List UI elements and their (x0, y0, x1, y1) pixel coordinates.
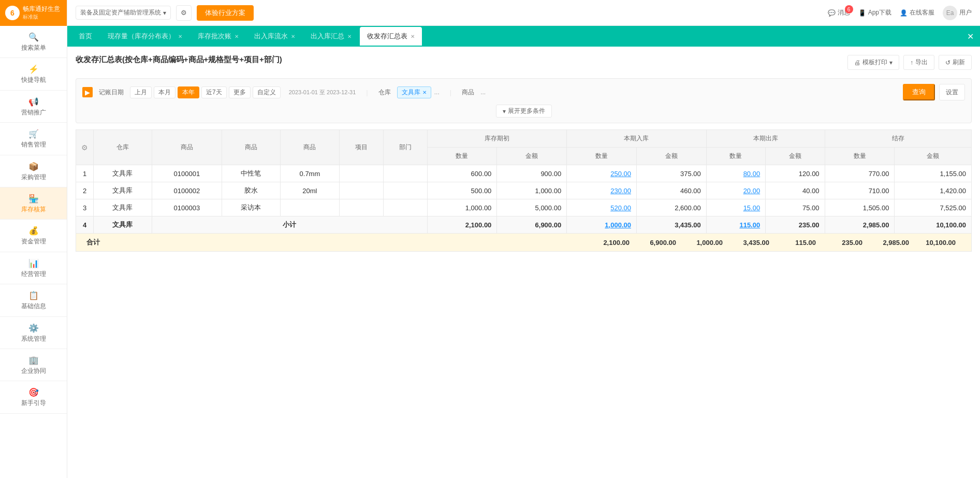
sub-close-amt: 10,100.00 (895, 216, 972, 234)
cell-open-qty: 600.00 (427, 165, 497, 182)
cell-out-amt: 40.00 (766, 182, 825, 199)
cell-out-qty[interactable]: 80.00 (706, 165, 765, 182)
settings-button2[interactable]: 设置 (939, 84, 965, 100)
gear-icon[interactable]: ⚙ (81, 143, 88, 152)
tab-close-inout-summary[interactable]: ✕ (347, 34, 352, 39)
date-btn-近7天[interactable]: 近7天 (201, 86, 227, 98)
warehouse-more[interactable]: ... (434, 89, 440, 96)
app-download-button[interactable]: 📱 App下载 (858, 8, 891, 17)
sidebar-item-search[interactable]: 🔍 搜索菜单 (0, 26, 67, 58)
filter-toggle[interactable]: ▶ (82, 87, 93, 97)
data-table: ⚙ 仓库 商品 商品 商品 项目 部门 库存期初 本期入库 本期出库 (76, 129, 972, 234)
date-btn-本年[interactable]: 本年 (178, 86, 199, 98)
sidebar-item-sales[interactable]: 🛒 销售管理 (0, 123, 67, 155)
message-icon: 💬 (828, 9, 836, 17)
sidebar-item-purchase[interactable]: 📦 采购管理 (0, 155, 67, 187)
cell-close-amt: 7,525.00 (895, 199, 972, 216)
sidebar-item-system[interactable]: ⚙️ 系统管理 (0, 317, 67, 349)
sub-out-amt: 235.00 (766, 216, 825, 234)
sidebar-item-operations[interactable]: 📊 经营管理 (0, 252, 67, 284)
table-header: ⚙ 仓库 商品 商品 商品 项目 部门 库存期初 本期入库 本期出库 (76, 130, 972, 165)
sidebar-item-basic-info[interactable]: 📋 基础信息 (0, 284, 67, 316)
date-btn-自定义[interactable]: 自定义 (253, 86, 281, 98)
cell-open-amt: 900.00 (497, 165, 567, 182)
th-close-amt: 金额 (895, 148, 972, 165)
tab-close-batch[interactable]: ✕ (235, 34, 239, 39)
sidebar-item-quick-nav[interactable]: ⚡ 快捷导航 (0, 58, 67, 90)
cell-in-qty[interactable]: 230.00 (567, 182, 637, 199)
cell-dept (383, 165, 427, 182)
finance-icon: 💰 (28, 226, 39, 236)
quick-nav-icon: ⚡ (28, 64, 39, 74)
th-in-amt: 金额 (636, 148, 706, 165)
sidebar-item-finance[interactable]: 💰 资金管理 (0, 220, 67, 252)
tab-recv-send-summary[interactable]: 收发存汇总表✕ (360, 27, 422, 46)
tab-close-inventory-dist[interactable]: ✕ (178, 34, 182, 39)
sidebar-item-label-purchase: 采购管理 (21, 173, 46, 181)
cell-out-qty[interactable]: 20.00 (706, 182, 765, 199)
system-title-select[interactable]: 装备及固定资产辅助管理系统 ▾ (76, 6, 171, 20)
goods-more[interactable]: ... (480, 89, 486, 96)
warehouse-tag-text: 文具库 (402, 88, 420, 97)
online-service-label: 在线客服 (910, 8, 934, 17)
th-in-qty: 数量 (567, 148, 637, 165)
th-close-qty: 数量 (825, 148, 895, 165)
sub-open-qty: 2,100.00 (427, 216, 497, 234)
warehouse-tag-close[interactable]: ✕ (422, 90, 427, 95)
user-menu[interactable]: Ea 用户 (943, 6, 972, 20)
cell-close-qty: 1,505.00 (825, 199, 895, 216)
sidebar-item-label-search: 搜索菜单 (21, 44, 46, 51)
cell-open-amt: 1,000.00 (497, 182, 567, 199)
sidebar-item-enterprise[interactable]: 🏢 企业协同 (0, 349, 67, 381)
cell-in-qty[interactable]: 250.00 (567, 165, 637, 182)
date-shortcuts: 上月本月本年近7天更多自定义 (130, 86, 281, 98)
cell-code: 0100003 (152, 199, 222, 216)
tab-close-inout-flow[interactable]: ✕ (291, 34, 295, 39)
tab-label-home: 首页 (79, 32, 92, 41)
cell-no: 2 (76, 182, 94, 199)
warehouse-filter: 文具库 ✕ ... (397, 86, 440, 98)
online-service-button[interactable]: 👤 在线客服 (900, 8, 934, 17)
export-button[interactable]: ↑ 导出 (903, 55, 934, 70)
cell-out-qty[interactable]: 15.00 (706, 199, 765, 216)
try-industry-button[interactable]: 体验行业方案 (197, 5, 254, 21)
subtotal-row: 4 文具库 小计 2,100.00 6,900.00 1,000.00 3,43… (76, 216, 972, 234)
tabs-close-all[interactable]: ✕ (965, 30, 976, 44)
tab-inout-summary[interactable]: 出入库汇总✕ (303, 27, 359, 46)
warehouse-tag[interactable]: 文具库 ✕ (397, 86, 431, 98)
date-btn-更多[interactable]: 更多 (229, 86, 251, 98)
dropdown-arrow: ▾ (889, 59, 893, 66)
table-container: ⚙ 仓库 商品 商品 商品 项目 部门 库存期初 本期入库 本期出库 (76, 129, 972, 470)
table-row: 2 文具库 0100002 胶水 20ml 500.00 1,000.00 23… (76, 182, 972, 199)
sidebar-item-inventory[interactable]: 🏪 库存核算 (0, 187, 67, 220)
template-print-button[interactable]: 🖨 模板打印 ▾ (847, 55, 899, 70)
tab-batch[interactable]: 库存批次账✕ (191, 27, 246, 46)
inventory-icon: 🏪 (28, 194, 39, 204)
sidebar-item-marketing[interactable]: 📢 营销推广 (0, 91, 67, 123)
cell-out-amt: 120.00 (766, 165, 825, 182)
sidebar: 6 畅库通好生意 标准版 🔍 搜索菜单 ⚡ 快捷导航 📢 营销推广 🛒 销售管理… (0, 0, 67, 478)
footer-out-amt: 235.00 (826, 239, 873, 247)
sidebar-item-label-operations: 经营管理 (21, 270, 46, 278)
sidebar-item-guide[interactable]: 🎯 新手引导 (0, 381, 67, 413)
tab-inventory-dist[interactable]: 现存量（库存分布表）✕ (100, 27, 189, 46)
tab-home[interactable]: 首页 (71, 27, 99, 46)
refresh-button[interactable]: ↺ 刷新 (939, 55, 972, 70)
date-btn-本月[interactable]: 本月 (154, 86, 175, 98)
sub-out-qty: 115.00 (706, 216, 765, 234)
query-button[interactable]: 查询 (903, 84, 935, 100)
expand-icon: ▾ (503, 108, 506, 115)
message-button[interactable]: 💬 消息 6 (828, 8, 850, 17)
sidebar-item-label-sales: 销售管理 (21, 141, 46, 148)
tab-close-recv-send-summary[interactable]: ✕ (411, 34, 415, 39)
sidebar-item-label-inventory: 库存核算 (21, 206, 46, 213)
footer-close-amt: 10,100.00 (919, 239, 966, 247)
cell-in-qty[interactable]: 520.00 (567, 199, 637, 216)
date-btn-上月[interactable]: 上月 (130, 86, 152, 98)
tab-inout-flow[interactable]: 出入库流水✕ (247, 27, 302, 46)
expand-button[interactable]: ▾ 展开更多条件 (496, 105, 552, 118)
sidebar-item-label-finance: 资金管理 (21, 238, 46, 245)
settings-button[interactable]: ⚙ (176, 5, 192, 21)
page-title: 收发存汇总表(按仓库+商品编码+商品+规格型号+项目+部门) (76, 55, 282, 65)
tab-label-batch: 库存批次账 (198, 32, 231, 41)
